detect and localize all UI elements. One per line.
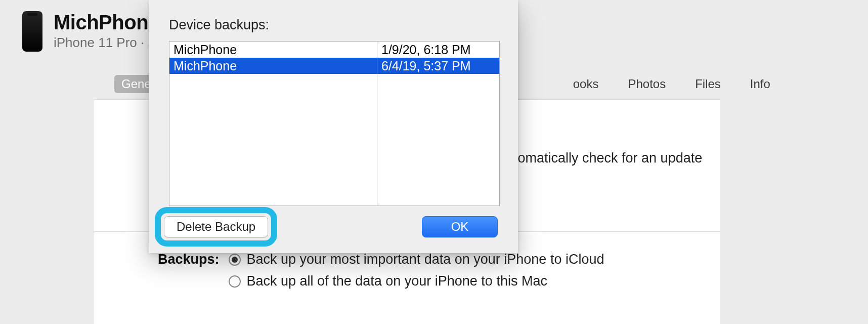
backup-options: Back up your most important data on your… bbox=[229, 252, 604, 289]
backup-date-cell: 1/9/20, 6:18 PM bbox=[377, 42, 499, 58]
dialog-title: Device backups: bbox=[169, 17, 498, 33]
backup-name-cell: MichPhone bbox=[169, 42, 377, 58]
software-update-text: tomatically check for an update bbox=[514, 150, 702, 166]
tab-books[interactable]: ooks bbox=[573, 75, 606, 93]
delete-backup-button[interactable]: Delete Backup bbox=[164, 216, 268, 237]
backup-name-cell: MichPhone bbox=[169, 58, 377, 74]
phone-icon bbox=[22, 11, 42, 52]
backup-option-label: Back up your most important data on your… bbox=[247, 252, 604, 267]
backups-section: Backups: Back up your most important dat… bbox=[158, 252, 604, 289]
backup-option-label: Back up all of the data on your iPhone t… bbox=[247, 273, 547, 289]
backup-option-mac[interactable]: Back up all of the data on your iPhone t… bbox=[229, 273, 604, 289]
device-name: MichPhone bbox=[54, 11, 159, 34]
dialog-button-row: Delete Backup OK bbox=[155, 207, 498, 247]
backup-option-icloud[interactable]: Back up your most important data on your… bbox=[229, 252, 604, 267]
delete-backup-highlight: Delete Backup bbox=[155, 207, 277, 247]
tab-info[interactable]: Info bbox=[743, 75, 777, 93]
table-row[interactable]: MichPhone 1/9/20, 6:18 PM bbox=[169, 42, 499, 58]
ok-button[interactable]: OK bbox=[422, 216, 498, 237]
backup-list[interactable]: MichPhone 1/9/20, 6:18 PM MichPhone 6/4/… bbox=[169, 41, 500, 206]
backup-date-cell: 6/4/19, 5:37 PM bbox=[377, 58, 499, 74]
device-model: iPhone 11 Pro · 5 bbox=[54, 35, 159, 51]
tab-files[interactable]: Files bbox=[688, 75, 728, 93]
table-row[interactable]: MichPhone 6/4/19, 5:37 PM bbox=[169, 58, 499, 74]
radio-icon bbox=[229, 254, 241, 266]
tab-photos[interactable]: Photos bbox=[621, 75, 673, 93]
radio-icon bbox=[229, 275, 241, 288]
list-empty-area bbox=[169, 74, 499, 206]
backups-label: Backups: bbox=[158, 252, 220, 267]
device-info: MichPhone iPhone 11 Pro · 5 bbox=[54, 11, 159, 51]
device-backups-dialog: Device backups: MichPhone 1/9/20, 6:18 P… bbox=[149, 0, 518, 253]
